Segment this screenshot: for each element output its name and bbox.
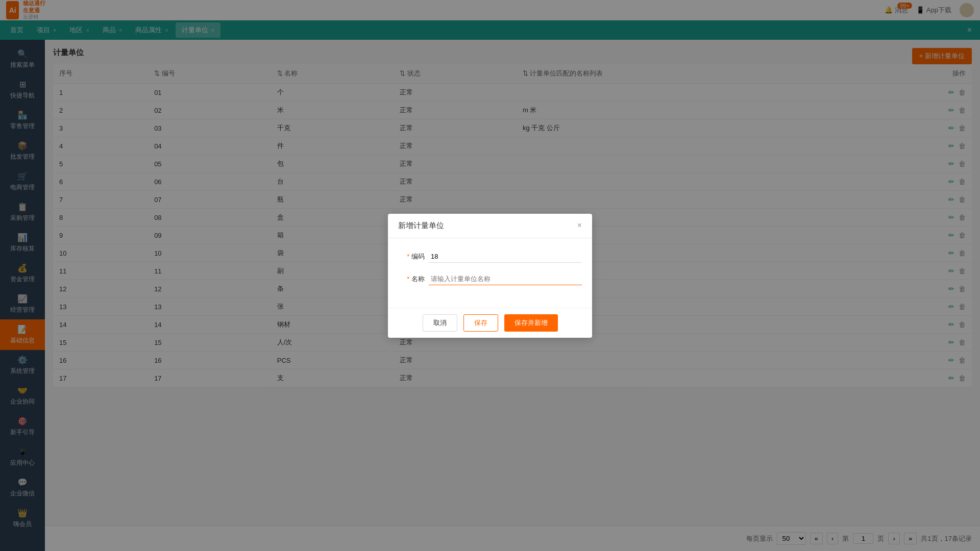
cancel-button[interactable]: 取消	[423, 314, 457, 332]
modal-header: 新增计量单位 ×	[388, 214, 592, 238]
form-row-name: 名称	[398, 273, 582, 285]
modal-footer: 取消 保存 保存并新增	[388, 308, 592, 338]
save-and-new-button[interactable]: 保存并新增	[504, 314, 558, 332]
name-label: 名称	[398, 274, 429, 284]
save-button[interactable]: 保存	[463, 314, 498, 332]
form-row-code: 编码	[398, 251, 582, 263]
code-label: 编码	[398, 252, 429, 261]
modal-title: 新增计量单位	[398, 221, 444, 231]
modal-overlay: 新增计量单位 × 编码 名称 取消 保存 保存并新增	[0, 0, 980, 551]
modal-body: 编码 名称	[388, 238, 592, 308]
name-input[interactable]	[429, 273, 582, 285]
add-unit-modal: 新增计量单位 × 编码 名称 取消 保存 保存并新增	[388, 214, 592, 338]
code-input[interactable]	[429, 251, 582, 263]
modal-close-button[interactable]: ×	[577, 221, 582, 230]
